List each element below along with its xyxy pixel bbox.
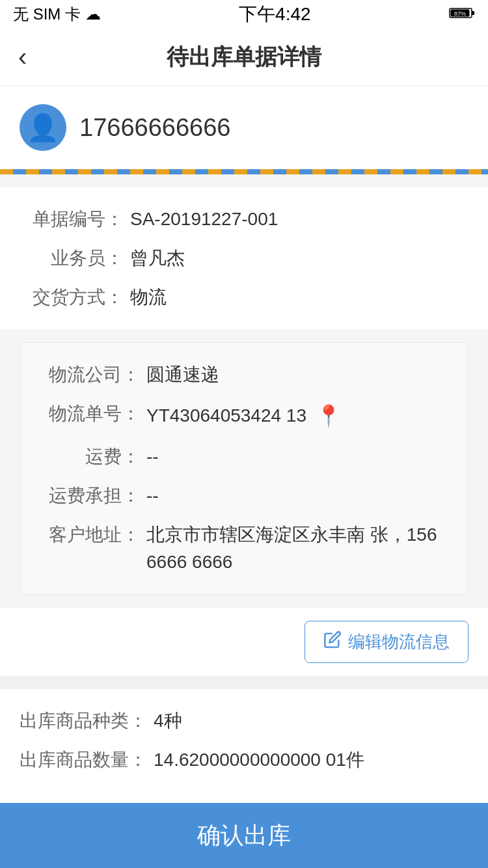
salesman-value: 曾凡杰	[130, 245, 468, 272]
tracking-row: 物流单号： YT43064053424 13 📍	[36, 400, 452, 431]
product-type-label: 出库商品种类：	[20, 707, 147, 735]
product-quantity-value: 14.62000000000000 01件	[154, 746, 468, 774]
order-no-label: 单据编号：	[20, 206, 124, 233]
freight-bear-label: 运费承担：	[36, 482, 140, 509]
nav-bar: ‹ 待出库单据详情	[0, 29, 488, 86]
product-type-row: 出库商品种类： 4种	[20, 707, 468, 735]
status-bar: 无 SIM 卡 ☁ 下午4:42 87%	[0, 0, 488, 29]
order-no-value: SA-20191227-001	[130, 206, 468, 233]
location-icon[interactable]: 📍	[316, 400, 342, 431]
tracking-value: YT43064053424 13 📍	[146, 400, 452, 431]
logistics-company-value: 圆通速递	[146, 361, 452, 388]
address-row: 客户地址： 北京市市辖区海淀区永丰南 张，156 6666 6666	[36, 521, 452, 576]
freight-value: --	[146, 443, 452, 470]
dashed-divider	[0, 169, 488, 174]
delivery-value: 物流	[130, 284, 468, 311]
address-label: 客户地址：	[36, 521, 140, 549]
confirm-button[interactable]: 确认出库	[0, 803, 488, 868]
svg-text:87%: 87%	[454, 10, 466, 17]
avatar: 👤	[20, 104, 66, 151]
battery-status: 87%	[449, 5, 475, 23]
customer-header: 👤 17666666666	[0, 86, 488, 169]
order-no-row: 单据编号： SA-20191227-001	[20, 206, 468, 233]
tracking-label: 物流单号：	[36, 400, 140, 427]
freight-label: 运费：	[36, 443, 140, 470]
product-type-value: 4种	[154, 707, 468, 735]
status-time: 下午4:42	[239, 2, 311, 27]
salesman-label: 业务员：	[20, 245, 124, 272]
freight-bear-row: 运费承担： --	[36, 482, 452, 509]
logistics-company-label: 物流公司：	[36, 361, 140, 388]
edit-logistics-label: 编辑物流信息	[348, 631, 450, 653]
delivery-label: 交货方式：	[20, 284, 124, 311]
product-quantity-label: 出库商品数量：	[20, 746, 147, 774]
order-info-section: 单据编号： SA-20191227-001 业务员： 曾凡杰 交货方式： 物流	[0, 187, 488, 329]
customer-phone: 17666666666	[79, 114, 230, 142]
product-info-section: 出库商品种类： 4种 出库商品数量： 14.62000000000000 01件	[0, 689, 488, 792]
logistics-section: 物流公司： 圆通速递 物流单号： YT43064053424 13 📍 运费： …	[20, 342, 468, 595]
back-button[interactable]: ‹	[18, 42, 27, 72]
edit-logistics-section: 编辑物流信息	[0, 608, 488, 676]
svg-rect-1	[472, 11, 474, 15]
status-left: 无 SIM 卡 ☁	[13, 4, 101, 25]
section-separator	[0, 676, 488, 689]
sim-status: 无 SIM 卡 ☁	[13, 4, 101, 25]
status-right: 87%	[449, 5, 475, 23]
edit-icon	[323, 631, 342, 653]
address-value: 北京市市辖区海淀区永丰南 张，156 6666 6666	[146, 521, 452, 576]
logistics-company-row: 物流公司： 圆通速递	[36, 361, 452, 388]
freight-row: 运费： --	[36, 443, 452, 470]
product-quantity-row: 出库商品数量： 14.62000000000000 01件	[20, 746, 468, 774]
person-icon: 👤	[27, 113, 59, 143]
edit-logistics-button[interactable]: 编辑物流信息	[305, 621, 468, 663]
delivery-row: 交货方式： 物流	[20, 284, 468, 311]
salesman-row: 业务员： 曾凡杰	[20, 245, 468, 272]
confirm-label: 确认出库	[197, 820, 291, 852]
page-title: 待出库单据详情	[167, 42, 321, 72]
freight-bear-value: --	[146, 482, 452, 509]
